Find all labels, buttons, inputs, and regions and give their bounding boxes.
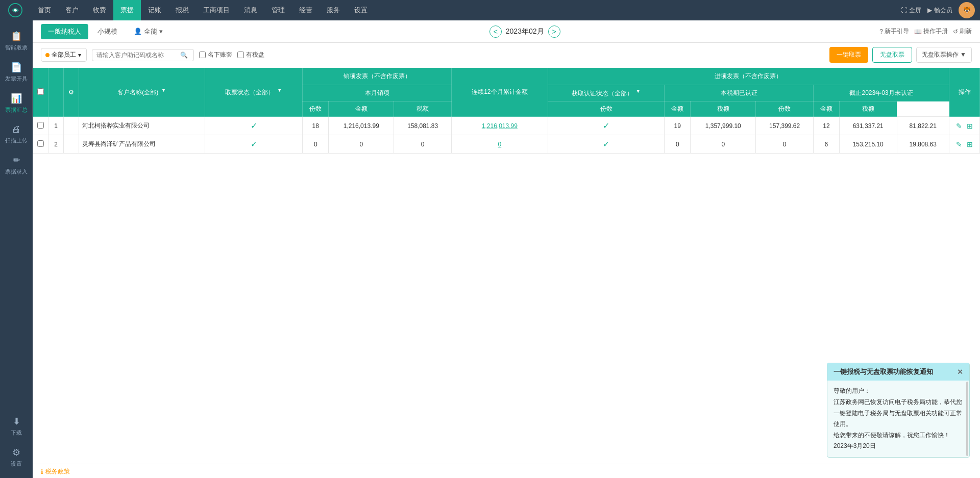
nav-home[interactable]: 首页 xyxy=(31,0,58,20)
invoice-table: ⚙ 客户名称(全部) ▼ 取票状态（全部） ▼ 销项发票（不含作废票） 连续12… xyxy=(33,67,980,154)
th-uncert-tax: 税额 xyxy=(839,102,897,117)
row-purchase-uncert-count: 6 xyxy=(813,135,839,154)
table-row: 2 灵寿县尚泽矿产品有限公司 ✓ 0 0 0 0 ✓ 0 0 0 6 153,2… xyxy=(33,135,980,154)
member-button[interactable]: ▶ 畅会员 xyxy=(927,6,952,15)
sidebar-label-invoice-open: 发票开具 xyxy=(5,75,28,83)
checkbox-sub-account-input[interactable] xyxy=(199,52,206,58)
sidebar-item-invoice-open[interactable]: 📄 发票开具 xyxy=(0,57,33,88)
no-disk-fetch-dropdown-button[interactable]: 无盘取票操作 ▼ xyxy=(916,47,972,63)
filter-customer-icon[interactable]: ▼ xyxy=(161,87,166,93)
th-index xyxy=(48,68,64,117)
smart-fetch-icon: 📋 xyxy=(11,31,22,42)
row-purchase-current-amount: 1,357,999.10 xyxy=(691,117,756,135)
employee-select[interactable]: 全部员工 ▾ xyxy=(41,48,87,62)
row-index: 2 xyxy=(48,135,64,154)
nav-service[interactable]: 服务 xyxy=(320,0,347,20)
tax-policy-label: 税务政策 xyxy=(45,467,70,476)
sidebar-label-config: 设置 xyxy=(11,460,22,468)
sidebar-label-smart-fetch: 智能取票 xyxy=(5,44,28,52)
copy-icon[interactable]: ⊞ xyxy=(967,122,973,130)
user-avatar[interactable]: 🐯 xyxy=(959,2,975,18)
sidebar-label-scan-upload: 扫描上传 xyxy=(5,137,28,144)
tab-small-scale[interactable]: 小规模 xyxy=(90,24,125,39)
download-icon: ⬇ xyxy=(13,416,20,427)
row-purchase-uncert-amount: 153,215.10 xyxy=(839,135,897,154)
notification-line: 江苏政务网已恢复访问电子税务局功能，恭代您一键登陆电子税务局与无盘取票相关功能可… xyxy=(834,397,963,430)
no-disk-fetch-button[interactable]: 无盘取票 xyxy=(872,47,912,63)
one-click-fetch-button[interactable]: 一键取票 xyxy=(829,47,868,63)
search-icon[interactable]: 🔍 xyxy=(180,52,188,59)
th-customer-name: 客户名称(全部) ▼ xyxy=(79,68,205,117)
nav-operation[interactable]: 经营 xyxy=(292,0,320,20)
th-uncert-amount: 金额 xyxy=(813,102,839,117)
th-purchase-tax: 税额 xyxy=(691,102,756,117)
nav-settings[interactable]: 设置 xyxy=(347,0,375,20)
edit-icon[interactable]: ✎ xyxy=(956,122,962,130)
tab-general-taxpayer-label: 一般纳税人 xyxy=(48,27,81,36)
checkbox-tax-disk[interactable]: 有税盘 xyxy=(237,51,264,59)
refresh-button[interactable]: ↺ 刷新 xyxy=(953,27,972,36)
top-navigation: 首页 客户 收费 票据 记账 报税 工商项目 消息 管理 经营 服务 设置 ⛶ … xyxy=(0,0,980,20)
manual-button[interactable]: 📖 操作手册 xyxy=(914,27,948,36)
notification-line: 给您带来的不便敬请谅解，祝您工作愉快！ xyxy=(834,430,963,441)
filter-cancel-icon[interactable]: ▼ xyxy=(277,87,282,93)
employee-select-label: 全部员工 xyxy=(52,51,76,59)
checkbox-sub-account[interactable]: 名下账套 xyxy=(199,51,232,59)
sidebar-item-config[interactable]: ⚙ 设置 xyxy=(0,442,33,473)
th-current-certified: 本税期已认证 xyxy=(665,85,814,102)
sidebar-item-smart-fetch[interactable]: 📋 智能取票 xyxy=(0,26,33,57)
sidebar-item-invoice-entry[interactable]: ✏ 票据录入 xyxy=(0,149,33,181)
tab-general-taxpayer[interactable]: 一般纳税人 xyxy=(41,24,88,39)
nav-message[interactable]: 消息 xyxy=(237,0,264,20)
th-sales-amount: 金额 xyxy=(329,102,394,117)
row-purchase-current-count: 0 xyxy=(665,135,691,154)
row-certify-status: ✓ xyxy=(548,135,665,154)
table-body: 1 河北柯搭桦实业有限公司 ✓ 18 1,216,013.99 158,081.… xyxy=(33,117,980,154)
filter-certify-icon[interactable]: ▼ xyxy=(635,88,641,94)
sidebar-item-invoice-summary[interactable]: 📊 票据汇总 xyxy=(0,88,33,119)
nav-customer[interactable]: 客户 xyxy=(58,0,86,20)
notification-popup: 一键报税与无盘取票功能恢复通知 ✕ 尊敬的用户：江苏政务网已恢复访问电子税务局功… xyxy=(827,363,970,458)
notification-content: 尊敬的用户：江苏政务网已恢复访问电子税务局功能，恭代您一键登陆电子税务局与无盘取… xyxy=(834,386,963,452)
sidebar-label-download: 下载 xyxy=(11,429,22,437)
notification-title: 一键报税与无盘取票功能恢复通知 xyxy=(834,367,933,376)
checkbox-tax-disk-input[interactable] xyxy=(237,52,244,58)
notification-body: 尊敬的用户：江苏政务网已恢复访问电子税务局功能，恭代您一键登陆电子税务局与无盘取… xyxy=(827,381,969,457)
fullscreen-button[interactable]: ⛶ 全屏 xyxy=(901,6,921,15)
th-uncert-count: 份数 xyxy=(756,102,814,117)
tab-all-label: 全能 xyxy=(144,27,157,36)
info-icon: ℹ xyxy=(41,468,43,475)
tax-policy-link[interactable]: ℹ 税务政策 xyxy=(41,467,70,476)
tab-all[interactable]: 👤 全能 ▾ xyxy=(127,24,170,39)
nav-invoice[interactable]: 票据 xyxy=(113,0,141,20)
notification-close-button[interactable]: ✕ xyxy=(957,368,963,376)
date-next-button[interactable]: > xyxy=(548,26,560,38)
bottom-bar: ℹ 税务政策 xyxy=(33,464,980,478)
sidebar-item-download[interactable]: ⬇ 下载 xyxy=(0,411,33,442)
notification-scrollbar[interactable] xyxy=(966,382,968,456)
tab-all-icon: 👤 xyxy=(134,28,142,35)
row-accumulated: 0 xyxy=(452,135,548,154)
logo[interactable] xyxy=(5,0,26,20)
toolbar-buttons: 一键取票 无盘取票 无盘取票操作 ▼ xyxy=(829,47,972,63)
notification-line: 尊敬的用户： xyxy=(834,386,963,397)
fullscreen-label: 全屏 xyxy=(909,6,921,15)
edit-icon[interactable]: ✎ xyxy=(956,140,962,148)
sidebar-item-scan-upload[interactable]: 🖨 扫描上传 xyxy=(0,119,33,149)
nav-tax[interactable]: 报税 xyxy=(168,0,196,20)
new-guide-button[interactable]: ? 新手引导 xyxy=(879,27,909,36)
nav-accounting[interactable]: 记账 xyxy=(141,0,168,20)
select-all-checkbox[interactable] xyxy=(37,88,44,95)
nav-business[interactable]: 工商项目 xyxy=(196,0,237,20)
date-display: 2023年02月 xyxy=(506,27,544,36)
date-prev-button[interactable]: < xyxy=(489,26,502,38)
sidebar: 📋 智能取票 📄 发票开具 📊 票据汇总 🖨 扫描上传 ✏ 票据录入 ⬇ 下载 … xyxy=(0,20,33,478)
th-month-sales: 本月销项 xyxy=(303,85,452,102)
copy-icon[interactable]: ⊞ xyxy=(967,140,973,148)
row-purchase-current-count: 19 xyxy=(665,117,691,135)
row-checkbox[interactable] xyxy=(33,135,48,154)
nav-management[interactable]: 管理 xyxy=(264,0,292,20)
search-input[interactable] xyxy=(96,52,178,59)
nav-fee[interactable]: 收费 xyxy=(86,0,113,20)
row-checkbox[interactable] xyxy=(33,117,48,135)
